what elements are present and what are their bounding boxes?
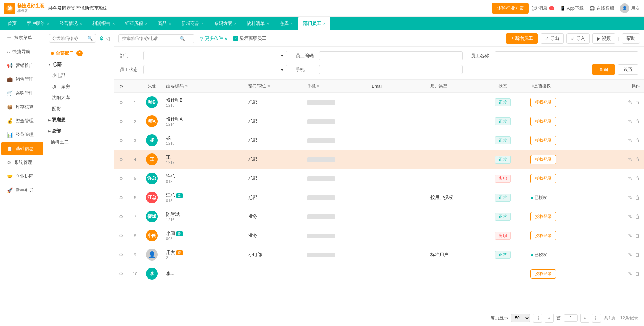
nav-tab-首页[interactable]: 首页: [3, 17, 21, 30]
edit-icon[interactable]: ✎: [628, 214, 632, 219]
delete-icon[interactable]: 🗑: [635, 233, 640, 238]
row-settings-icon[interactable]: ⚙: [119, 157, 123, 162]
nav-tab-新增商品[interactable]: 新增商品×: [176, 17, 208, 30]
status-select[interactable]: ▾: [143, 65, 287, 74]
auth-btn[interactable]: 授权登录: [530, 136, 556, 145]
nav-tab-条码方案[interactable]: 条码方案×: [209, 17, 241, 30]
delete-icon[interactable]: 🗑: [635, 252, 640, 257]
auth-btn[interactable]: 授权登录: [530, 174, 556, 183]
dept-search-box[interactable]: 🔍: [49, 34, 96, 43]
auth-btn[interactable]: 授权登录: [530, 212, 556, 221]
tab-close-icon[interactable]: ×: [267, 21, 269, 26]
sidebar-item-cooperation[interactable]: 🤝 企业协同: [1, 170, 43, 183]
tab-close-icon[interactable]: ×: [47, 21, 49, 26]
name-filter-input[interactable]: [495, 51, 638, 60]
last-page-btn[interactable]: 》: [592, 314, 601, 323]
tab-close-icon[interactable]: ×: [80, 21, 82, 26]
nav-tab-经营情况[interactable]: 经营情况×: [55, 17, 87, 30]
help-btn[interactable]: 帮助: [622, 33, 640, 44]
add-employee-btn[interactable]: + 新增员工: [506, 33, 537, 44]
th-phone[interactable]: 手机 ⇅: [303, 80, 368, 93]
edit-icon[interactable]: ✎: [628, 271, 632, 276]
more-filter-btn[interactable]: ▽ 更多条件 ∧: [197, 34, 230, 43]
edit-icon[interactable]: ✎: [628, 252, 632, 257]
edit-icon[interactable]: ✎: [628, 118, 632, 124]
import-btn[interactable]: ↙ 导入: [566, 33, 590, 44]
dept-xiangmu[interactable]: 项目库房: [45, 81, 114, 92]
nav-tab-经营历程[interactable]: 经营历程×: [120, 17, 152, 30]
auth-btn[interactable]: 授权登录: [530, 117, 556, 126]
service-btn[interactable]: 🎧 在线客服: [589, 5, 614, 11]
delete-icon[interactable]: 🗑: [635, 138, 640, 143]
delete-icon[interactable]: 🗑: [635, 118, 640, 124]
sidebar-item-search-menu[interactable]: ☰ 搜索菜单: [1, 31, 43, 44]
tab-close-icon[interactable]: ×: [234, 21, 236, 26]
search-input[interactable]: [122, 36, 178, 41]
message-btn[interactable]: 💬 消息 5: [532, 5, 554, 11]
row-settings-icon[interactable]: ⚙: [119, 233, 123, 238]
dept-shenyang[interactable]: 沈阳大库: [45, 92, 114, 103]
delete-icon[interactable]: 🗑: [635, 271, 640, 276]
delete-icon[interactable]: 🗑: [635, 195, 640, 200]
query-btn[interactable]: 查询: [592, 64, 615, 75]
row-settings-icon[interactable]: ⚙: [119, 195, 123, 200]
dept-group-zongbu[interactable]: ▼ 总部: [45, 59, 114, 70]
export-btn[interactable]: ↗ 导出: [541, 33, 564, 44]
first-page-btn[interactable]: 《: [533, 314, 542, 323]
row-settings-icon[interactable]: ⚙: [119, 176, 123, 181]
sidebar-item-purchase[interactable]: 🛒 采购管理: [1, 87, 43, 100]
row-settings-icon[interactable]: ⚙: [119, 271, 123, 276]
row-settings-icon[interactable]: ⚙: [119, 214, 123, 219]
per-page-select[interactable]: 50 20 100: [511, 314, 530, 322]
auth-btn[interactable]: 授权登录: [530, 98, 556, 107]
try-btn[interactable]: 体验行业方案: [492, 3, 529, 14]
delete-icon[interactable]: 🗑: [635, 214, 640, 219]
nav-tab-商品[interactable]: 商品×: [153, 17, 176, 30]
video-btn[interactable]: ▶ 视频: [592, 33, 615, 44]
th-settings[interactable]: ⚙: [114, 80, 128, 93]
dept-xiaodian[interactable]: 小电部: [45, 70, 114, 81]
delete-icon[interactable]: 🗑: [635, 99, 640, 105]
sidebar-item-inventory[interactable]: 📦 库存核算: [1, 100, 43, 114]
row-settings-icon[interactable]: ⚙: [119, 138, 123, 143]
dept-chashuwangr[interactable]: 插树王二: [45, 136, 114, 148]
sidebar-item-system[interactable]: ⚙ 系统管理: [1, 156, 43, 169]
dept-all[interactable]: ⊞ 全部部门 ↻: [45, 48, 114, 59]
delete-icon[interactable]: 🗑: [635, 157, 640, 162]
sidebar-item-basic-info[interactable]: 📋 基础信息: [1, 142, 43, 155]
sidebar-item-quick-nav[interactable]: ⌂ 快捷导航: [1, 45, 43, 58]
sidebar-item-sales[interactable]: 💼 销售管理: [1, 73, 43, 86]
edit-icon[interactable]: ✎: [628, 138, 632, 143]
dept-search-input[interactable]: [52, 36, 86, 41]
th-dept[interactable]: 部门/职位 ⇅: [244, 80, 303, 93]
delete-icon[interactable]: 🗑: [635, 176, 640, 181]
sidebar-item-finance[interactable]: 💰 资金管理: [1, 114, 43, 127]
nav-tab-利润报告[interactable]: 利润报告×: [88, 17, 119, 30]
app-download-btn[interactable]: 📱 App下载: [560, 5, 584, 11]
tab-close-icon[interactable]: ×: [291, 21, 293, 26]
set-btn[interactable]: 设置: [618, 64, 638, 75]
edit-icon[interactable]: ✎: [628, 195, 632, 200]
sidebar-item-guide[interactable]: 🚀 新手引导: [1, 184, 43, 197]
next-page-btn[interactable]: ＞: [580, 314, 589, 323]
phone-filter-input[interactable]: [319, 65, 463, 74]
dept-collapse-btn[interactable]: ◁: [106, 36, 110, 41]
tab-close-icon[interactable]: ×: [145, 21, 147, 26]
page-input[interactable]: [564, 314, 578, 322]
nav-tab-仓库[interactable]: 仓库×: [275, 17, 298, 30]
auth-btn[interactable]: 授权登录: [530, 231, 556, 240]
edit-icon[interactable]: ✎: [628, 176, 632, 181]
code-filter-input[interactable]: [319, 51, 463, 60]
sidebar-item-operations[interactable]: 📊 经营管理: [1, 128, 43, 141]
dept-group-shuanglu[interactable]: ▶ 双鹿想: [45, 114, 114, 125]
tab-close-icon[interactable]: ×: [112, 21, 115, 26]
dept-group-zb2[interactable]: ▶ 总部: [45, 125, 114, 136]
auth-btn[interactable]: 授权登录: [530, 155, 556, 164]
nav-tab-物料清单[interactable]: 物料清单×: [242, 17, 274, 30]
search-box[interactable]: 🔍: [118, 34, 194, 43]
edit-icon[interactable]: ✎: [628, 233, 632, 238]
row-settings-icon[interactable]: ⚙: [119, 119, 123, 124]
nav-tab-客户联络[interactable]: 客户联络×: [22, 17, 54, 30]
dept-select[interactable]: ▾: [143, 51, 287, 60]
sidebar-item-marketing[interactable]: 📢 营销推广: [1, 59, 43, 72]
